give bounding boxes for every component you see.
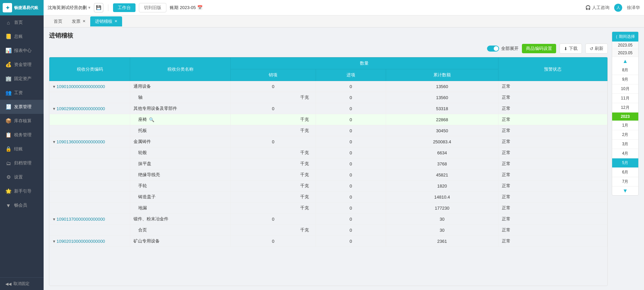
purchase-cell: 0 xyxy=(316,236,386,247)
tab-reconcile-label: 进销稽核 xyxy=(95,18,112,24)
save-button[interactable]: 💾 xyxy=(94,3,103,12)
period-month-8[interactable]: 8月 xyxy=(612,66,638,75)
tax-code-cell xyxy=(50,92,130,103)
period-month-11[interactable]: 11月 xyxy=(612,94,638,103)
sidebar-item-guide[interactable]: 🌟 新手引导 xyxy=(0,184,44,198)
unpin-label: 取消固定 xyxy=(13,281,30,287)
sidebar-label-finance: 资金管理 xyxy=(14,62,32,68)
download-button[interactable]: ⬇ 下载 xyxy=(559,44,582,54)
tab-invoice-close[interactable]: ✕ xyxy=(83,19,86,23)
period-month-12[interactable]: 12月 xyxy=(612,103,638,113)
sidebar-item-finance[interactable]: 💰 资金管理 xyxy=(0,58,44,72)
app-title: 畅捷通易代账 xyxy=(14,5,38,11)
sidebar-item-assets[interactable]: 🏢 固定资产 xyxy=(0,72,44,86)
old-version-button[interactable]: 切到旧版 xyxy=(139,3,166,12)
sidebar-item-reports[interactable]: 📊 报表中心 xyxy=(0,44,44,58)
period-month-6[interactable]: 6月 xyxy=(612,168,638,177)
sidebar-item-closing[interactable]: 🔒 结账 xyxy=(0,142,44,156)
calendar-icon[interactable]: 📅 xyxy=(197,5,203,10)
chevron-left-icon[interactable]: ⟨ xyxy=(616,34,618,39)
table-row: 座椅🔍 千克 0 22868 正常 xyxy=(50,114,607,125)
period-month-5[interactable]: 5月 xyxy=(612,158,638,168)
search-icon[interactable]: 🔍 xyxy=(149,117,154,122)
sidebar-footer-unpin[interactable]: ◀◀ 取消固定 xyxy=(0,277,44,290)
tab-invoice-label: 发票 xyxy=(72,18,80,24)
total-cell: 14810.4 xyxy=(386,192,498,203)
tab-reconcile-close[interactable]: ✕ xyxy=(114,19,117,23)
ledger-icon: 📒 xyxy=(5,33,11,40)
sidebar-item-ledger[interactable]: 📒 总账 xyxy=(0,29,44,44)
expand-icon[interactable]: ▾ xyxy=(53,239,55,244)
separator xyxy=(108,4,108,11)
help-link[interactable]: 🎧 人工咨询 xyxy=(585,5,609,11)
expand-toggle[interactable] xyxy=(487,46,499,52)
sidebar-item-settings[interactable]: ⚙ 设置 xyxy=(0,170,44,184)
period-month-7[interactable]: 7月 xyxy=(612,177,638,187)
expand-icon[interactable]: ▾ xyxy=(53,139,55,144)
status-cell: 正常 xyxy=(498,180,607,192)
nav-arrow-down[interactable]: ▼ xyxy=(612,187,638,195)
sale-cell: 0 xyxy=(231,236,316,247)
total-cell: 13560 xyxy=(386,92,498,103)
headset-icon: 🎧 xyxy=(585,5,591,10)
company-name: 沈海英测试经营勿删 xyxy=(48,5,87,11)
sidebar-label-home: 首页 xyxy=(14,19,23,25)
col-header-total: 累计数额 xyxy=(386,69,498,81)
sidebar-label-ledger: 总账 xyxy=(14,33,23,40)
user-avatar: 人 xyxy=(614,4,622,12)
total-cell: 2361 xyxy=(386,236,498,247)
sale-cell: 0 xyxy=(316,192,386,203)
total-cell: 13560 xyxy=(386,81,498,92)
table-row: ▾10901370000000000000 锻件、粉末冶金件 0 0 30 正常 xyxy=(50,214,607,225)
unit-display: 千克 xyxy=(231,125,316,136)
save-icon: 💾 xyxy=(96,5,101,10)
app-logo: ✦ 畅捷通易代账 xyxy=(0,0,44,15)
period-month-10[interactable]: 10月 xyxy=(612,84,638,94)
refresh-button[interactable]: ↺ 刷新 xyxy=(585,44,608,54)
expand-icon[interactable]: ▾ xyxy=(53,84,55,89)
sale-cell: 0 xyxy=(316,92,386,103)
col-header-tax-name: 税收分类名称 xyxy=(130,58,231,81)
product-code-button[interactable]: 商品编码设置 xyxy=(522,44,556,53)
tax-name-cell: 合页 xyxy=(130,225,231,236)
period-month-3[interactable]: 3月 xyxy=(612,140,638,149)
sidebar-item-home[interactable]: ⌂ 首页 xyxy=(0,15,44,29)
sidebar: ✦ 畅捷通易代账 ⌂ 首页 📒 总账 📊 报表中心 💰 资金管理 🏢 固定资产 … xyxy=(0,0,44,290)
unit-display: 千克 xyxy=(231,92,316,103)
table-row: ▾10901360000000000000 金属铸件 0 0 250083.4 … xyxy=(50,136,607,147)
logo-icon: ✦ xyxy=(3,3,12,12)
status-cell: 正常 xyxy=(498,81,607,92)
desk-button[interactable]: 工作台 xyxy=(113,3,136,12)
table-row: ▾10902990000000000000 其他专用设备及零部件 0 0 533… xyxy=(50,103,607,114)
tab-invoice[interactable]: 发票 ✕ xyxy=(67,16,90,26)
unit-display: 千克 xyxy=(231,158,316,169)
invoice-icon: 🧾 xyxy=(5,104,11,110)
table-row: ▾10902010000000000000 矿山专用设备 0 0 2361 正常 xyxy=(50,236,607,247)
period-month-9[interactable]: 9月 xyxy=(612,75,638,84)
col-header-sale: 销项 xyxy=(231,69,316,81)
company-selector[interactable]: 沈海英测试经营勿删 ▾ xyxy=(48,5,91,11)
sale-cell: 0 xyxy=(316,180,386,192)
status-cell: 正常 xyxy=(498,192,607,203)
expand-icon[interactable]: ▾ xyxy=(53,106,55,111)
nav-arrow-up[interactable]: ▲ xyxy=(612,57,638,66)
period-month-4[interactable]: 4月 xyxy=(612,149,638,158)
sidebar-item-invoice[interactable]: 🧾 发票管理 xyxy=(0,100,44,114)
sidebar-item-payroll[interactable]: 👥 工资 xyxy=(0,86,44,100)
sidebar-item-inventory[interactable]: 📦 库存核算 xyxy=(0,114,44,128)
tab-reconcile[interactable]: 进销稽核 ✕ xyxy=(90,16,122,26)
sidebar-item-member[interactable]: ▼ 畅会员 xyxy=(0,198,44,212)
unit-display: 千克 xyxy=(231,192,316,203)
expand-icon[interactable]: ▾ xyxy=(53,217,55,222)
sidebar-label-guide: 新手引导 xyxy=(14,188,32,194)
status-cell: 正常 xyxy=(498,169,607,180)
tab-home[interactable]: 首页 xyxy=(49,16,67,26)
period-month-2[interactable]: 2月 xyxy=(612,130,638,140)
guide-icon: 🌟 xyxy=(5,188,11,194)
status-cell: 正常 xyxy=(498,136,607,147)
period-month-1[interactable]: 1月 xyxy=(612,121,638,130)
sidebar-item-tax[interactable]: 📋 税务管理 xyxy=(0,128,44,142)
total-cell: 250083.4 xyxy=(386,136,498,147)
sidebar-item-archive[interactable]: 🗂 归档管理 xyxy=(0,156,44,170)
tax-code-cell xyxy=(50,125,130,136)
